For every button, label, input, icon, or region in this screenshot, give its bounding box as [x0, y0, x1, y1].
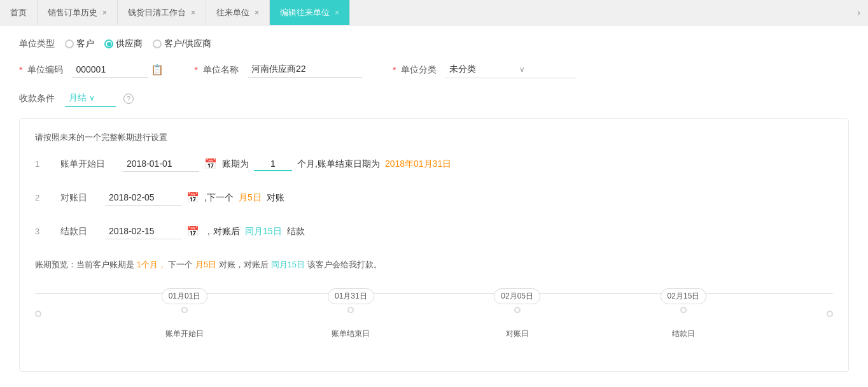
reconcile-day-highlight: 月5日: [239, 192, 262, 204]
row-content-2: 📅 ,下一个 月5日 对账: [105, 190, 284, 206]
timeline-dot-3: [514, 307, 521, 313]
radio-supplier[interactable]: 供应商: [104, 38, 143, 50]
start-date-calendar-icon[interactable]: 📅: [204, 158, 217, 170]
setting-row-3: 3 结款日 📅 ，对账后 同月15日 结款: [35, 223, 833, 239]
tab-cash-work-label: 钱货日清工作台: [128, 7, 186, 18]
unit-classify-label: 单位分类: [401, 64, 437, 76]
tab-sales-order-history-label: 销售订单历史: [48, 7, 97, 18]
timeline-points: 01月01日 账单开始日 01月31日 账单结束日 02月05日 对账日 02月…: [35, 288, 833, 339]
radio-both[interactable]: 客户/供应商: [153, 38, 211, 50]
unit-type-radio-group: 客户 供应商 客户/供应商: [65, 38, 211, 50]
tab-partner-unit-label: 往来单位: [216, 7, 249, 18]
timeline-sublabel-2: 账单结束日: [332, 328, 370, 339]
required-star-name: *: [194, 65, 197, 75]
payment-day-highlight: 同月15日: [245, 226, 282, 237]
unit-name-group: * 单位名称: [194, 62, 361, 78]
setting-row-1: 1 账单开始日 📅 账期为 个月,账单结束日期为 2018年01月31日: [35, 156, 833, 172]
preview-1month: 1个月，: [137, 260, 166, 269]
reconcile-desc-suffix: 对账: [267, 192, 284, 204]
payment-label: 收款条件: [19, 93, 55, 104]
tab-home[interactable]: 首页: [0, 0, 38, 25]
period-unit: 个月,账单结束日期为: [297, 158, 380, 170]
close-icon-partner[interactable]: ×: [255, 8, 259, 17]
timeline-dot-start: [35, 311, 41, 317]
timeline-dot-end: [827, 311, 833, 317]
unit-classify-select[interactable]: 未分类 ∨: [445, 61, 576, 78]
timeline-dot-1: [181, 307, 188, 313]
timeline-point-4: 02月15日 结款日: [661, 288, 707, 339]
unit-type-row: 单位类型 客户 供应商 客户/供应商: [19, 38, 849, 50]
unit-code-label: 单位编码: [27, 64, 63, 76]
unit-classify-group: * 单位分类 未分类 ∨: [393, 61, 576, 78]
timeline-point-2: 01月31日 账单结束日: [328, 288, 374, 339]
payment-select[interactable]: 月结 ∨: [65, 90, 116, 107]
timeline-sublabel-1: 账单开始日: [165, 328, 204, 339]
unit-info-row: * 单位编码 📋 * 单位名称 * 单位分类 未分类 ∨: [19, 61, 849, 78]
unit-name-label: 单位名称: [203, 64, 239, 76]
preview-end: 该客户会给我打款。: [307, 260, 382, 269]
reconcile-calendar-icon[interactable]: 📅: [186, 192, 199, 204]
row-label-1: 账单开始日: [60, 158, 105, 170]
timeline-dot-4: [680, 307, 687, 313]
row-label-3: 结款日: [60, 226, 87, 237]
unit-code-icon[interactable]: 📋: [151, 64, 164, 76]
payment-dropdown-arrow: ∨: [89, 94, 95, 102]
unit-code-input-group: 📋: [72, 62, 164, 78]
main-content: 单位类型 客户 供应商 客户/供应商 * 单位编码: [0, 25, 868, 387]
row-number-1: 1: [35, 159, 48, 169]
timeline-dot-2: [347, 307, 354, 313]
payment-desc-suffix: 结款: [287, 226, 305, 237]
classify-dropdown-arrow: ∨: [519, 65, 525, 74]
timeline: 01月01日 账单开始日 01月31日 账单结束日 02月05日 对账日 02月…: [35, 282, 833, 358]
radio-label-customer: 客户: [76, 38, 94, 50]
timeline-point-1: 01月01日 账单开始日: [162, 288, 208, 339]
preview-text: 账期预览：当前客户账期是 1个月， 下一个 月5日 对账，对账后 同月15日 该…: [35, 257, 833, 272]
radio-dot-supplier: [107, 42, 111, 46]
classify-value: 未分类: [449, 64, 476, 75]
radio-label-supplier: 供应商: [116, 38, 143, 50]
timeline-sublabel-3: 对账日: [506, 328, 529, 339]
row-number-2: 2: [35, 193, 48, 202]
radio-circle-customer: [65, 39, 74, 48]
close-icon-sales[interactable]: ×: [102, 8, 107, 17]
tab-partner-unit[interactable]: 往来单位 ×: [206, 0, 270, 25]
preview-mid: 下一个: [168, 260, 193, 269]
timeline-badge-1: 01月01日: [162, 288, 208, 304]
reconcile-date-input[interactable]: [105, 190, 181, 206]
tabs-bar: 首页 销售订单历史 × 钱货日清工作台 × 往来单位 × 编辑往来单位 × ›: [0, 0, 868, 25]
tab-cash-work[interactable]: 钱货日清工作台 ×: [118, 0, 206, 25]
payment-desc-prefix: ，对账后: [204, 226, 240, 237]
period-input[interactable]: [254, 157, 292, 171]
tab-sales-order-history[interactable]: 销售订单历史 ×: [38, 0, 118, 25]
help-icon[interactable]: ?: [123, 94, 134, 104]
tab-edit-partner-label: 编辑往来单位: [280, 7, 330, 18]
close-icon-edit[interactable]: ×: [335, 8, 339, 17]
payment-date-input[interactable]: [105, 223, 181, 239]
timeline-badge-4: 02月15日: [661, 288, 707, 304]
row-number-3: 3: [35, 227, 48, 236]
unit-name-input[interactable]: [248, 62, 362, 78]
preview-day5: 月5日: [195, 260, 216, 269]
required-star-classify: *: [393, 65, 396, 75]
preview-prefix: 账期预览：当前客户账期是: [35, 260, 134, 269]
period-label: 账期为: [222, 158, 249, 170]
end-date-highlight: 2018年01月31日: [385, 158, 451, 170]
payment-calendar-icon[interactable]: 📅: [186, 225, 199, 237]
close-icon-cash[interactable]: ×: [191, 8, 195, 17]
unit-type-label: 单位类型: [19, 38, 55, 50]
timeline-badge-3: 02月05日: [494, 288, 540, 304]
tab-edit-partner[interactable]: 编辑往来单位 ×: [270, 0, 350, 25]
panel-title: 请按照未来的一个完整帐期进行设置: [35, 132, 833, 143]
unit-code-group: * 单位编码 📋: [19, 62, 164, 78]
unit-code-input[interactable]: [72, 62, 148, 78]
tab-home-label: 首页: [10, 7, 27, 18]
row-content-1: 📅 账期为 个月,账单结束日期为 2018年01月31日: [123, 156, 451, 172]
radio-customer[interactable]: 客户: [65, 38, 94, 50]
preview-day15: 同月15日: [271, 260, 305, 269]
settings-panel: 请按照未来的一个完整帐期进行设置 1 账单开始日 📅 账期为 个月,账单结束日期…: [19, 118, 849, 372]
tabs-arrow[interactable]: ›: [850, 7, 868, 18]
timeline-badge-2: 01月31日: [328, 288, 374, 304]
row-content-3: 📅 ，对账后 同月15日 结款: [105, 223, 305, 239]
start-date-input[interactable]: [123, 156, 199, 172]
reconcile-desc-prefix: ,下一个: [204, 192, 234, 204]
